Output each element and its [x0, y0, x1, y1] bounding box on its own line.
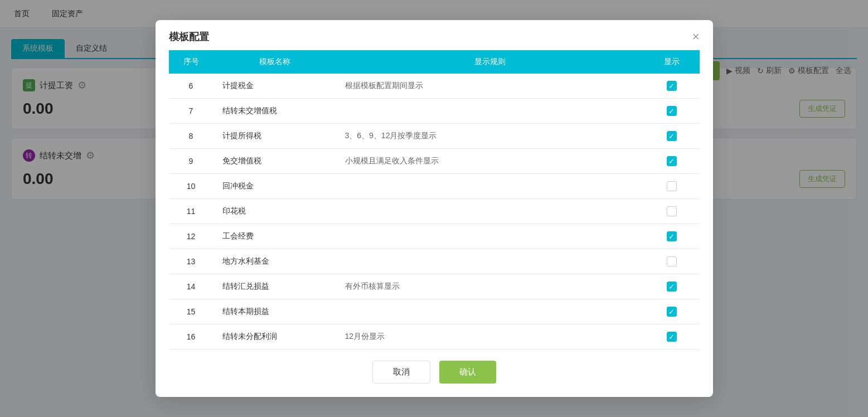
- cell-name: 计提税金: [214, 74, 336, 99]
- table-scroll-container[interactable]: 序号 模板名称 显示规则 显示 6计提税金根据模板配置期间显示7结转未交增值税8…: [169, 50, 700, 350]
- cell-seq: 10: [169, 174, 214, 199]
- cell-checkbox[interactable]: [644, 324, 700, 350]
- table-row: 9免交增值税小规模且满足收入条件显示: [169, 149, 700, 174]
- col-header-name: 模板名称: [214, 50, 336, 74]
- table-row: 13地方水利基金: [169, 249, 700, 274]
- table-row: 14结转汇兑损益有外币核算显示: [169, 274, 700, 299]
- cell-checkbox[interactable]: [644, 124, 700, 149]
- table-header: 序号 模板名称 显示规则 显示: [169, 50, 700, 74]
- cell-rule: [336, 174, 644, 199]
- cell-name: 结转本期损益: [214, 299, 336, 324]
- cell-checkbox[interactable]: [644, 174, 700, 199]
- cell-rule: 小规模且满足收入条件显示: [336, 149, 644, 174]
- checkbox-row-6[interactable]: [667, 231, 677, 241]
- cell-checkbox[interactable]: [644, 249, 700, 274]
- modal-body: 序号 模板名称 显示规则 显示 6计提税金根据模板配置期间显示7结转未交增值税8…: [156, 50, 713, 350]
- cell-seq: 14: [169, 274, 214, 299]
- checkbox-row-5[interactable]: [667, 206, 677, 216]
- table-row: 16结转未分配利润12月份显示: [169, 324, 700, 350]
- cell-checkbox[interactable]: [644, 274, 700, 299]
- col-header-rule: 显示规则: [336, 50, 644, 74]
- table-body: 6计提税金根据模板配置期间显示7结转未交增值税8计提所得税3、6、9、12月按季…: [169, 74, 700, 350]
- modal-close-button[interactable]: ×: [692, 31, 700, 43]
- modal-title: 模板配置: [169, 30, 209, 43]
- cell-name: 免交增值税: [214, 149, 336, 174]
- cell-name: 结转汇兑损益: [214, 274, 336, 299]
- cell-checkbox[interactable]: [644, 199, 700, 224]
- cell-seq: 9: [169, 149, 214, 174]
- cell-rule: 12月份显示: [336, 324, 644, 350]
- checkbox-row-10[interactable]: [667, 332, 677, 342]
- cell-name: 回冲税金: [214, 174, 336, 199]
- cell-seq: 7: [169, 99, 214, 124]
- checkbox-row-0[interactable]: [667, 81, 677, 91]
- cell-checkbox[interactable]: [644, 299, 700, 324]
- cancel-button[interactable]: 取消: [372, 361, 430, 384]
- table-row: 7结转未交增值税: [169, 99, 700, 124]
- cell-rule: [336, 224, 644, 249]
- cell-rule: [336, 299, 644, 324]
- cell-rule: 有外币核算显示: [336, 274, 644, 299]
- cell-seq: 12: [169, 224, 214, 249]
- checkbox-row-4[interactable]: [667, 181, 677, 191]
- checkbox-row-7[interactable]: [667, 256, 677, 266]
- cell-name: 工会经费: [214, 224, 336, 249]
- cell-name: 结转未交增值税: [214, 99, 336, 124]
- confirm-button[interactable]: 确认: [439, 361, 496, 384]
- checkbox-row-2[interactable]: [667, 131, 677, 141]
- cell-checkbox[interactable]: [644, 224, 700, 249]
- table-row: 15结转本期损益: [169, 299, 700, 324]
- checkbox-row-1[interactable]: [667, 106, 677, 116]
- cell-rule: 根据模板配置期间显示: [336, 74, 644, 99]
- config-table: 序号 模板名称 显示规则 显示 6计提税金根据模板配置期间显示7结转未交增值税8…: [169, 50, 700, 350]
- modal-header: 模板配置 ×: [156, 20, 713, 50]
- cell-seq: 6: [169, 74, 214, 99]
- cell-seq: 8: [169, 124, 214, 149]
- col-header-display: 显示: [644, 50, 700, 74]
- col-header-seq: 序号: [169, 50, 214, 74]
- cell-rule: [336, 249, 644, 274]
- checkbox-row-9[interactable]: [667, 307, 677, 317]
- cell-checkbox[interactable]: [644, 99, 700, 124]
- checkbox-row-3[interactable]: [667, 156, 677, 166]
- cell-rule: [336, 199, 644, 224]
- table-row: 11印花税: [169, 199, 700, 224]
- cell-seq: 13: [169, 249, 214, 274]
- cell-seq: 16: [169, 324, 214, 350]
- cell-seq: 15: [169, 299, 214, 324]
- cell-checkbox[interactable]: [644, 74, 700, 99]
- cell-name: 结转未分配利润: [214, 324, 336, 350]
- table-row: 6计提税金根据模板配置期间显示: [169, 74, 700, 99]
- table-row: 10回冲税金: [169, 174, 700, 199]
- cell-rule: 3、6、9、12月按季度显示: [336, 124, 644, 149]
- modal-footer: 取消 确认: [156, 350, 713, 397]
- checkbox-row-8[interactable]: [667, 282, 677, 292]
- table-row: 8计提所得税3、6、9、12月按季度显示: [169, 124, 700, 149]
- table-row: 12工会经费: [169, 224, 700, 249]
- cell-name: 印花税: [214, 199, 336, 224]
- cell-rule: [336, 99, 644, 124]
- cell-seq: 11: [169, 199, 214, 224]
- modal-template-config: 模板配置 × 序号 模板名称 显示规则 显示 6计提税金根据模板配置期间显示7结…: [156, 20, 713, 397]
- cell-name: 地方水利基金: [214, 249, 336, 274]
- cell-name: 计提所得税: [214, 124, 336, 149]
- cell-checkbox[interactable]: [644, 149, 700, 174]
